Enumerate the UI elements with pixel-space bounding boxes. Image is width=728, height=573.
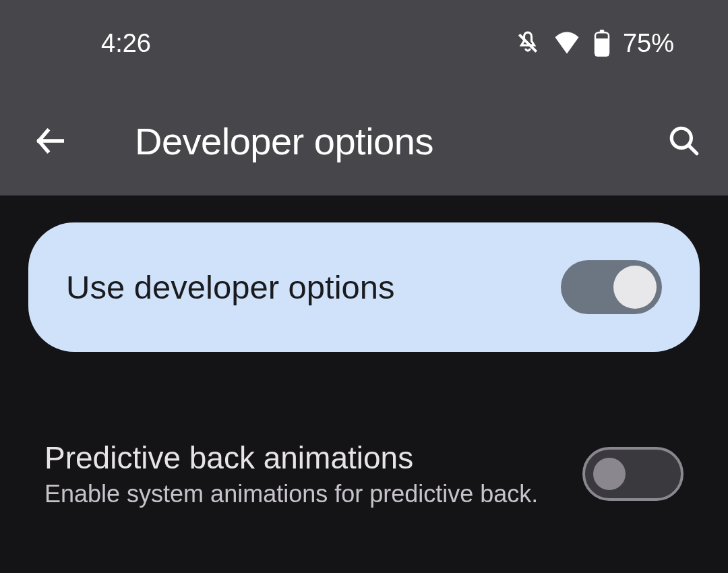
silent-icon (515, 30, 541, 56)
master-toggle-card[interactable]: Use developer options (28, 222, 700, 352)
wifi-icon (553, 29, 581, 57)
setting-subtitle: Enable system animations for predictive … (44, 480, 555, 508)
master-toggle-switch[interactable] (561, 260, 662, 314)
arrow-left-icon (33, 123, 68, 158)
status-time: 4:26 (101, 29, 151, 58)
battery-icon (593, 30, 611, 57)
toggle-thumb (593, 458, 626, 490)
status-bar: 4:26 75% (0, 0, 728, 86)
search-button[interactable] (665, 121, 704, 160)
toggle-thumb (613, 266, 657, 309)
setting-row-predictive-back[interactable]: Predictive back animations Enable system… (28, 440, 700, 508)
setting-title: Predictive back animations (44, 440, 555, 476)
back-button[interactable] (31, 121, 70, 160)
status-right: 75% (515, 29, 674, 58)
page-title: Developer options (135, 119, 600, 163)
setting-text: Predictive back animations Enable system… (44, 440, 555, 508)
battery-percent: 75% (623, 29, 674, 58)
predictive-back-toggle[interactable] (582, 447, 684, 501)
master-toggle-label: Use developer options (66, 268, 395, 306)
svg-line-5 (689, 146, 696, 153)
search-icon (667, 124, 701, 158)
header: Developer options (0, 86, 728, 195)
